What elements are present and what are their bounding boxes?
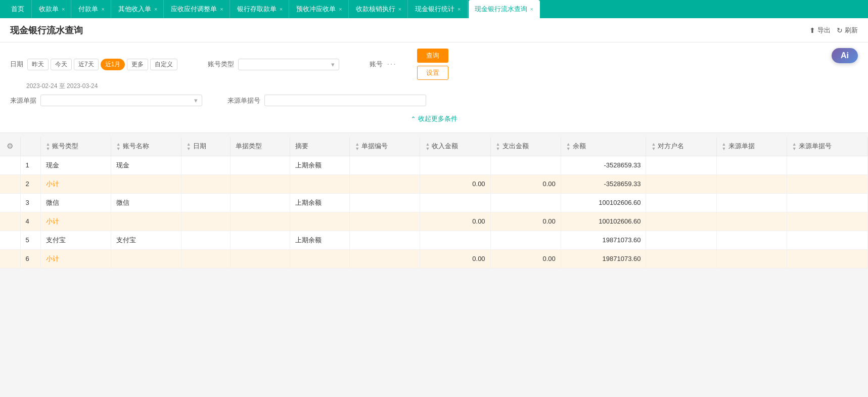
sort-arrows-expense: ▲▼: [496, 142, 500, 151]
cell-balance: 19871073.60: [561, 231, 646, 249]
cell-counterparty: [646, 212, 716, 231]
cell-date: [181, 174, 230, 193]
cell-expense: [490, 231, 561, 249]
date-btn-自定义[interactable]: 自定义: [150, 59, 177, 70]
nav-tab-advance[interactable]: 预收冲应收单×: [290, 0, 348, 18]
table-container: ⚙▲▼账号类型▲▼账号名称▲▼日期单据类型摘要▲▼单据编号▲▼收入金额▲▼支出金…: [0, 137, 868, 269]
account-type-label: 账号类型: [208, 60, 234, 69]
cell-accountType: 小计: [40, 212, 111, 231]
cell-accountType: 现金: [40, 156, 111, 174]
cell-accountName: [111, 249, 181, 268]
date-btn-近7天[interactable]: 近7天: [74, 59, 99, 70]
date-btn-今天[interactable]: 今天: [51, 59, 72, 70]
table-row: 2小计0.000.00-3528659.33: [0, 174, 868, 193]
table-row: 1现金现金上期余额-3528659.33: [0, 156, 868, 174]
setting-button[interactable]: 设置: [417, 66, 448, 80]
nav-tab-payment[interactable]: 付款单×: [72, 0, 111, 18]
col-header-docType: 单据类型: [230, 137, 290, 156]
cell-counterparty: [646, 249, 716, 268]
date-btn-近1月[interactable]: 近1月: [101, 59, 125, 70]
sort-arrows-balance: ▲▼: [566, 142, 571, 151]
table-row: 5支付宝支付宝上期余额19871073.60: [0, 231, 868, 249]
col-header-sourceDoc[interactable]: ▲▼来源单据: [716, 137, 787, 156]
col-header-income[interactable]: ▲▼收入金额: [420, 137, 490, 156]
close-icon-bank-deposit[interactable]: ×: [280, 6, 283, 12]
cell-expense: [490, 156, 561, 174]
col-header-balance[interactable]: ▲▼余额: [561, 137, 646, 156]
col-header-idx: [20, 137, 40, 156]
cell-idx: 2: [20, 174, 40, 193]
export-button[interactable]: ⬆ 导出: [809, 26, 831, 35]
filter-area: 日期 昨天今天近7天近1月更多自定义 账号类型 ▾ 账号 ··· 查询 设置 2…: [0, 42, 868, 133]
col-header-docNo[interactable]: ▲▼单据编号: [350, 137, 420, 156]
col-header-settings: ⚙: [0, 137, 20, 156]
account-dots[interactable]: ···: [387, 60, 396, 69]
nav-tab-adjust[interactable]: 应收应付调整单×: [165, 0, 230, 18]
nav-tab-bank-deposit[interactable]: 银行存取款单×: [231, 0, 289, 18]
close-icon-receipt[interactable]: ×: [62, 6, 65, 12]
close-icon-adjust[interactable]: ×: [220, 6, 223, 12]
source-doc-no-filter-group: 来源单据号: [227, 95, 426, 106]
cell-idx: 4: [20, 212, 40, 231]
account-type-select[interactable]: ▾: [238, 59, 339, 70]
source-doc-no-input[interactable]: [264, 95, 426, 106]
date-filter-group: 日期 昨天今天近7天近1月更多自定义: [10, 59, 177, 70]
cell-settings: [0, 231, 20, 249]
nav-tab-home[interactable]: 首页: [4, 0, 32, 18]
cell-docType: [230, 231, 290, 249]
sort-arrows-counterparty: ▲▼: [651, 142, 656, 151]
col-header-sourceDocNo[interactable]: ▲▼来源单据号: [787, 137, 867, 156]
sort-arrows-sourceDoc: ▲▼: [722, 142, 726, 151]
cell-date: [181, 156, 230, 174]
header-row: ⚙▲▼账号类型▲▼账号名称▲▼日期单据类型摘要▲▼单据编号▲▼收入金额▲▼支出金…: [0, 137, 868, 156]
close-icon-verify[interactable]: ×: [398, 6, 401, 12]
close-icon-stats[interactable]: ×: [458, 6, 461, 12]
cell-sourceDocNo: [787, 249, 867, 268]
cell-counterparty: [646, 156, 716, 174]
ai-button[interactable]: Ai: [832, 48, 858, 63]
date-btn-昨天[interactable]: 昨天: [27, 59, 49, 70]
export-icon: ⬆: [809, 26, 815, 34]
col-header-accountType[interactable]: ▲▼账号类型: [40, 137, 111, 156]
sort-arrows-date: ▲▼: [187, 142, 191, 151]
cell-expense: 0.00: [490, 249, 561, 268]
page-title: 现金银行流水查询: [10, 24, 83, 36]
cell-counterparty: [646, 193, 716, 212]
nav-tab-flow[interactable]: 现金银行流水查询×: [469, 0, 540, 18]
cell-docType: [230, 212, 290, 231]
col-header-date[interactable]: ▲▼日期: [181, 137, 230, 156]
col-header-expense[interactable]: ▲▼支出金额: [490, 137, 561, 156]
sort-arrows-sourceDocNo: ▲▼: [792, 142, 797, 151]
cell-expense: 0.00: [490, 174, 561, 193]
cell-sourceDoc: [716, 156, 787, 174]
cell-summary: 上期余额: [290, 231, 350, 249]
query-button[interactable]: 查询: [417, 49, 448, 63]
header-bar: 现金银行流水查询 ⬆ 导出 ↻ 刷新: [0, 18, 868, 42]
cell-accountType: 小计: [40, 249, 111, 268]
source-doc-select[interactable]: ▾: [40, 95, 202, 106]
nav-tab-verify[interactable]: 收款核销执行×: [350, 0, 408, 18]
close-icon-other-income[interactable]: ×: [154, 6, 157, 12]
nav-tab-stats[interactable]: 现金银行统计×: [409, 0, 467, 18]
nav-tab-other-income[interactable]: 其他收入单×: [112, 0, 164, 18]
sort-arrows-income: ▲▼: [425, 142, 430, 151]
cell-accountType: 小计: [40, 174, 111, 193]
cell-balance: -3528659.33: [561, 174, 646, 193]
action-buttons: 查询 设置: [417, 49, 448, 80]
col-header-accountName[interactable]: ▲▼账号名称: [111, 137, 181, 156]
cell-sourceDocNo: [787, 193, 867, 212]
collapse-bar[interactable]: ⌃ 收起更多条件: [10, 111, 858, 126]
date-btn-更多[interactable]: 更多: [127, 59, 148, 70]
cell-date: [181, 193, 230, 212]
filter-row-1: 日期 昨天今天近7天近1月更多自定义 账号类型 ▾ 账号 ··· 查询 设置: [10, 49, 858, 80]
cell-settings: [0, 249, 20, 268]
nav-tab-receipt[interactable]: 收款单×: [33, 0, 71, 18]
close-icon-advance[interactable]: ×: [339, 6, 342, 12]
settings-icon[interactable]: ⚙: [7, 142, 13, 150]
refresh-button[interactable]: ↻ 刷新: [837, 26, 858, 35]
close-icon-flow[interactable]: ×: [530, 6, 533, 12]
close-icon-payment[interactable]: ×: [101, 6, 104, 12]
cell-sourceDoc: [716, 231, 787, 249]
col-header-counterparty[interactable]: ▲▼对方户名: [646, 137, 716, 156]
cell-expense: 0.00: [490, 212, 561, 231]
